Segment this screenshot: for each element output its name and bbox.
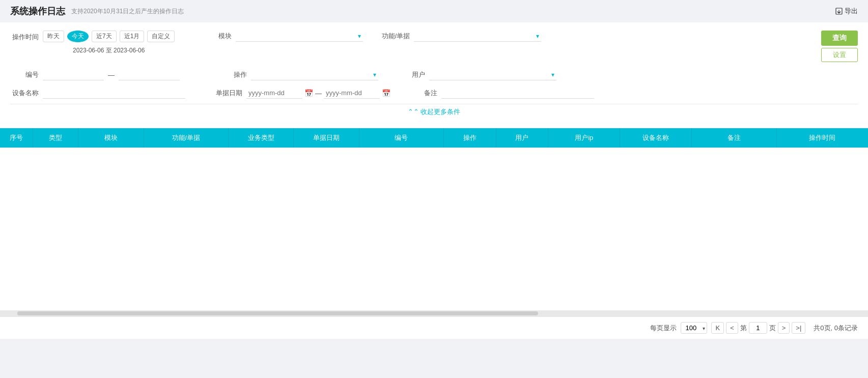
prev-page-button[interactable]: < xyxy=(726,322,738,334)
title-area: 系统操作日志 支持2020年10月31日之后产生的操作日志 xyxy=(10,5,184,17)
col-no: 编号 xyxy=(359,128,444,148)
calendar-start-icon[interactable]: 📅 xyxy=(304,89,313,97)
date-range-wrap: 📅 — 📅 xyxy=(246,88,390,99)
horizontal-scrollbar[interactable] xyxy=(0,310,868,316)
user-label: 用户 xyxy=(397,70,425,79)
remark-input[interactable] xyxy=(441,88,594,99)
action-buttons: 查询 设置 xyxy=(821,31,858,62)
device-input[interactable] xyxy=(43,88,185,99)
date-end-input[interactable] xyxy=(324,88,380,99)
total-label: 共0页, 0条记录 xyxy=(814,324,858,333)
page-header: 系统操作日志 支持2020年10月31日之后产生的操作日志 导出 xyxy=(0,0,868,22)
export-icon xyxy=(835,8,843,15)
per-page-select[interactable]: 10 20 50 100 200 xyxy=(681,322,707,334)
col-biz-type: 业务类型 xyxy=(229,128,294,148)
next-page-button[interactable]: > xyxy=(778,322,790,334)
no-label: 编号 xyxy=(10,70,39,79)
operation-select-wrap: ▾ xyxy=(251,69,378,80)
col-type: 类型 xyxy=(33,128,78,148)
time-btn-custom[interactable]: 自定义 xyxy=(147,31,175,42)
col-op-time: 操作时间 xyxy=(776,128,868,148)
device-label: 设备名称 xyxy=(10,89,39,98)
date-start-input[interactable] xyxy=(246,88,302,99)
page-label: 第 xyxy=(740,324,747,333)
time-btn-7days[interactable]: 近7天 xyxy=(92,31,117,42)
module-select[interactable] xyxy=(236,31,363,42)
col-voucher-date: 单据日期 xyxy=(294,128,359,148)
col-operation: 操作 xyxy=(444,128,496,148)
col-user: 用户 xyxy=(496,128,548,148)
time-btn-today[interactable]: 今天 xyxy=(67,31,89,42)
page-unit: 页 xyxy=(769,324,776,333)
no-input-end[interactable] xyxy=(119,69,180,80)
function-select[interactable] xyxy=(414,31,541,42)
page-title: 系统操作日志 xyxy=(10,5,65,17)
col-device: 设备名称 xyxy=(620,128,692,148)
filter-panel: 操作时间 昨天 今天 近7天 近1月 自定义 2023-06-06 至 2023… xyxy=(0,22,868,128)
date-range-display: 2023-06-06 至 2023-06-06 xyxy=(73,46,145,55)
time-filter-group: 昨天 今天 近7天 近1月 自定义 2023-06-06 至 2023-06-0… xyxy=(43,31,175,55)
module-label: 模块 xyxy=(203,32,232,41)
module-select-wrap: ▾ xyxy=(236,31,363,42)
per-page-label: 每页显示 xyxy=(650,324,677,333)
table-header-row: 序号 类型 模块 功能/单据 业务类型 单据日期 编号 操作 用户 用户ip 设… xyxy=(0,128,868,148)
col-user-ip: 用户ip xyxy=(548,128,620,148)
user-select-wrap: ▾ xyxy=(429,69,556,80)
no-input-start[interactable] xyxy=(43,69,104,80)
table-wrap: 序号 类型 模块 功能/单据 业务类型 单据日期 编号 操作 用户 用户ip 设… xyxy=(0,128,868,310)
collapse-label: 收起更多条件 xyxy=(421,108,460,115)
data-table: 序号 类型 模块 功能/单据 业务类型 单据日期 编号 操作 用户 用户ip 设… xyxy=(0,128,868,148)
first-page-button[interactable]: K xyxy=(711,322,724,334)
function-label: 功能/单据 xyxy=(381,32,410,41)
last-page-button[interactable]: >| xyxy=(792,322,805,334)
calendar-end-icon[interactable]: 📅 xyxy=(382,89,390,97)
per-page-select-wrap: 10 20 50 100 200 ▾ xyxy=(681,322,707,334)
operation-label: 操作 xyxy=(218,70,247,79)
empty-area xyxy=(0,148,868,310)
page-input[interactable] xyxy=(749,322,767,334)
collapse-bar[interactable]: ⌃⌃ 收起更多条件 xyxy=(10,104,858,120)
time-btn-1month[interactable]: 近1月 xyxy=(120,31,145,42)
col-seq: 序号 xyxy=(0,128,33,148)
col-function: 功能/单据 xyxy=(144,128,229,148)
page-subtitle: 支持2020年10月31日之后产生的操作日志 xyxy=(71,7,184,16)
function-select-wrap: ▾ xyxy=(414,31,541,42)
export-button[interactable]: 导出 xyxy=(835,7,858,16)
operation-select[interactable] xyxy=(251,69,378,80)
col-remark: 备注 xyxy=(692,128,777,148)
no-dash: — xyxy=(108,71,115,79)
voucher-date-label: 单据日期 xyxy=(214,89,242,98)
time-label: 操作时间 xyxy=(10,33,39,42)
date-dash: — xyxy=(315,90,322,97)
export-label: 导出 xyxy=(845,7,858,16)
collapse-icon: ⌃⌃ xyxy=(408,108,419,115)
bottom-bar: 每页显示 10 20 50 100 200 ▾ K < 第 页 > >| 共0页… xyxy=(0,316,868,339)
pagination-controls: K < 第 页 > >| xyxy=(711,322,805,334)
col-module: 模块 xyxy=(78,128,144,148)
settings-button[interactable]: 设置 xyxy=(821,48,858,62)
query-button[interactable]: 查询 xyxy=(821,31,858,46)
scrollbar-thumb[interactable] xyxy=(17,311,538,315)
remark-label: 备注 xyxy=(409,89,437,98)
user-select[interactable] xyxy=(429,69,556,80)
time-btn-yesterday[interactable]: 昨天 xyxy=(43,31,64,42)
